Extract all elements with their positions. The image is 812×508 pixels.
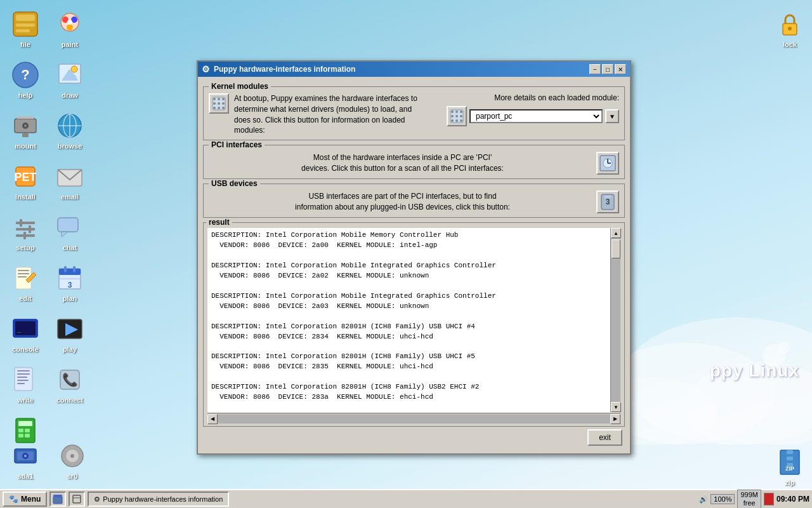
start-button[interactable]: 🐾 Menu <box>3 491 47 507</box>
connect-icon: 📞 <box>55 364 85 395</box>
svg-point-106 <box>460 115 462 117</box>
scroll-track-v[interactable] <box>611 238 620 402</box>
usb-section: USB devices USB interfaces are part of t… <box>203 179 625 218</box>
ram-info: 999M free <box>737 490 761 508</box>
desktop-icon-sr0[interactable]: sr0 <box>50 435 95 486</box>
task-label: Puppy hardware-interfaces information <box>103 495 223 503</box>
svg-point-97 <box>213 107 216 109</box>
desktop-icon-email[interactable]: email <box>48 156 92 206</box>
svg-point-102 <box>455 110 458 113</box>
scroll-left-btn[interactable]: ◀ <box>207 414 218 424</box>
result-text: DESCRIPTION: Intel Corporation Mobile Me… <box>207 228 610 412</box>
desktop-icons-left: file ? help mount PET install setup edit… <box>0 0 95 483</box>
scroll-right-btn[interactable]: ▶ <box>610 414 620 424</box>
zip-label: zip <box>785 479 794 486</box>
desktop-icon-mount[interactable]: mount <box>3 105 48 156</box>
kernel-info-button[interactable] <box>209 93 229 114</box>
svg-point-105 <box>455 115 458 117</box>
desktop-icon-console[interactable]: _ console <box>3 308 48 359</box>
svg-rect-118 <box>53 495 62 497</box>
dialog-minimize-btn[interactable]: − <box>589 64 601 74</box>
taskbar-task-dialog[interactable]: ⚙ Puppy hardware-interfaces information <box>88 491 229 507</box>
volume-icon[interactable]: 🔊 <box>699 495 708 504</box>
dialog-window: ⚙ Puppy hardware-interfaces information … <box>197 60 631 455</box>
taskbar: 🐾 Menu ⚙ Puppy hardware-interfaces infor… <box>0 489 812 508</box>
svg-text:?: ? <box>21 67 29 83</box>
play-label: play <box>63 345 77 353</box>
desktop-icon-plan[interactable]: 3 plan <box>48 257 92 308</box>
desktop-icon-install[interactable]: PET install <box>3 156 48 206</box>
svg-point-104 <box>451 115 454 117</box>
pci-section: PCI interfaces Most of the hardware inte… <box>203 140 625 179</box>
desktop-icon-zip[interactable]: ZIP zip <box>768 441 812 492</box>
edit-icon <box>10 263 41 293</box>
dialog-body: Kernel modules At bootup, Puppy examines… <box>198 77 630 453</box>
kernel-legend: Kernel modules <box>209 82 271 91</box>
desktop-icon-paint[interactable]: paint <box>48 3 92 54</box>
kernel-right: More details on each loaded module: parp… <box>447 93 619 126</box>
svg-text:ZIP: ZIP <box>785 465 794 472</box>
svg-rect-61 <box>59 269 81 275</box>
dialog-title-icon: ⚙ <box>202 64 210 74</box>
desktop-icon-chat[interactable]: chat <box>48 206 92 257</box>
svg-marker-59 <box>62 232 68 237</box>
taskbar-btn1[interactable] <box>49 491 66 507</box>
svg-rect-28 <box>18 276 27 277</box>
svg-point-94 <box>213 102 216 105</box>
plan-label: plan <box>63 295 77 302</box>
svg-point-48 <box>67 24 73 30</box>
result-scrollbar-h[interactable]: ◀ ▶ <box>207 413 620 424</box>
dialog-maximize-btn[interactable]: □ <box>602 64 613 74</box>
usb-scan-button[interactable]: 3 <box>596 190 619 213</box>
svg-rect-38 <box>17 383 25 384</box>
desktop-icon-sda1[interactable]: sda1 <box>3 435 48 486</box>
email-icon <box>55 161 85 192</box>
kernel-detail-button[interactable] <box>447 106 467 126</box>
desktop-icon-write[interactable]: write <box>3 359 48 410</box>
sda1-icon <box>10 441 41 471</box>
browse-icon <box>55 110 85 141</box>
cpu-icon <box>764 493 774 505</box>
result-scrollbar-v[interactable]: ▲ ▼ <box>610 228 620 412</box>
console-label: console <box>12 345 39 353</box>
pci-legend: PCI interfaces <box>209 140 265 149</box>
scroll-thumb-v[interactable] <box>612 239 620 258</box>
install-label: install <box>15 193 36 201</box>
svg-point-109 <box>460 119 462 122</box>
result-legend: result <box>206 218 232 227</box>
desktop-icon-browse[interactable]: browse <box>48 105 92 156</box>
svg-point-108 <box>455 119 458 122</box>
paint-icon <box>55 9 85 39</box>
desktop-icon-edit[interactable]: edit <box>3 257 48 308</box>
module-dropdown-button[interactable]: ▼ <box>605 109 619 123</box>
desktop-icon-help[interactable]: ? help <box>3 54 48 105</box>
chat-label: chat <box>63 244 77 251</box>
kernel-content: At bootup, Puppy examines the hardware i… <box>209 93 619 136</box>
svg-point-93 <box>222 98 225 100</box>
draw-label: draw <box>62 91 78 99</box>
connect-label: connect <box>56 396 83 404</box>
drive-icons: sda1 sr0 <box>3 435 95 486</box>
desktop-icon-connect[interactable]: 📞 connect <box>48 359 92 410</box>
desktop-icon-file[interactable]: file <box>3 3 48 54</box>
dialog-titlebar[interactable]: ⚙ Puppy hardware-interfaces information … <box>198 62 630 77</box>
desktop-icon-play[interactable]: play <box>48 308 92 359</box>
desktop-icon-lock[interactable]: lock <box>768 3 812 54</box>
scroll-track-h[interactable] <box>218 415 610 424</box>
svg-point-96 <box>222 102 225 105</box>
svg-rect-35 <box>17 373 30 375</box>
svg-text:PET: PET <box>14 171 36 184</box>
module-select[interactable]: parport_pc <box>469 109 603 123</box>
taskbar-btn2[interactable] <box>69 491 85 507</box>
desktop-icon-draw[interactable]: draw <box>48 54 92 105</box>
exit-button[interactable]: exit <box>587 429 622 446</box>
svg-point-92 <box>218 98 220 100</box>
lock-icon <box>775 9 805 39</box>
scroll-down-btn[interactable]: ▼ <box>611 402 621 412</box>
kernel-right-label: More details on each loaded module: <box>494 93 619 102</box>
dialog-close-btn[interactable]: ✕ <box>615 64 626 74</box>
pci-scan-button[interactable] <box>596 152 619 175</box>
chat-icon <box>55 212 85 243</box>
scroll-up-btn[interactable]: ▲ <box>611 228 621 238</box>
desktop-icon-setup[interactable]: setup <box>3 206 48 257</box>
